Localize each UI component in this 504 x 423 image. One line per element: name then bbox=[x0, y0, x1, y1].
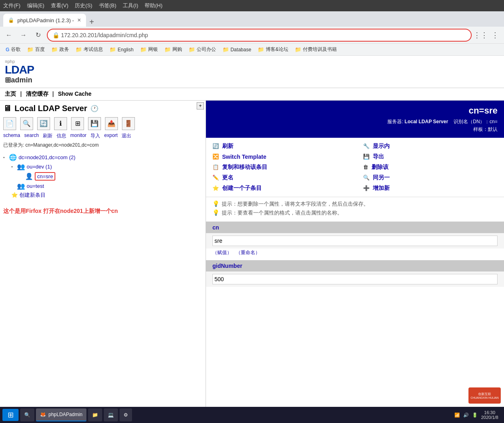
bm-baidu[interactable]: 📁 百度 bbox=[25, 45, 47, 54]
link-logout[interactable]: 退出 bbox=[122, 133, 131, 139]
forward-btn[interactable]: → bbox=[18, 29, 29, 41]
taskbar-file-manager[interactable]: 📁 bbox=[88, 408, 102, 421]
menu-edit[interactable]: 编辑(E) bbox=[27, 2, 44, 9]
menu-help[interactable]: 帮助(H) bbox=[145, 2, 162, 9]
action-add-attr[interactable]: ➕ 增加新 bbox=[363, 185, 498, 192]
bm-zhengwu[interactable]: 📁 政务 bbox=[49, 45, 71, 54]
menu-history[interactable]: 历史(S) bbox=[75, 2, 92, 9]
root-link[interactable]: dc=node201,dc=com (2) bbox=[19, 154, 76, 160]
bm-database[interactable]: 📁 Database bbox=[220, 46, 254, 53]
refresh-btn[interactable]: ↻ bbox=[32, 29, 44, 41]
toolbar-btn-logout[interactable]: 🚪 bbox=[122, 117, 135, 130]
nav-home[interactable]: 主页 bbox=[5, 90, 16, 97]
active-tab[interactable]: 🔒 phpLDAPadmin (1.2.3) - ✕ bbox=[3, 14, 86, 27]
menu-tools[interactable]: 工具(I) bbox=[123, 2, 138, 9]
attr-cn-name[interactable]: cn bbox=[212, 224, 219, 231]
cnsre-link[interactable]: cn=sre bbox=[37, 173, 53, 179]
start-btn[interactable]: ⊞ bbox=[2, 409, 19, 421]
action-rename[interactable]: ✏️ 更名 bbox=[212, 174, 347, 181]
bm-wangyin[interactable]: 📁 网银 bbox=[138, 45, 160, 54]
folder-icon: 📁 bbox=[223, 46, 229, 53]
toolbar-btn-grid[interactable]: ⊞ bbox=[71, 117, 84, 130]
attr-cn-action1[interactable]: （赋值） bbox=[212, 250, 232, 255]
link-import[interactable]: 导入 bbox=[90, 133, 100, 139]
menu-view[interactable]: 查看(V) bbox=[51, 2, 68, 9]
display-internal-link[interactable]: 显示内 bbox=[373, 143, 390, 150]
taskbar-firefox[interactable]: 🦊 phpLDAPadmin bbox=[36, 408, 86, 421]
toolbar-btn-save[interactable]: 💾 bbox=[88, 117, 101, 130]
link-info[interactable]: 信息 bbox=[57, 133, 66, 139]
tab-close-btn[interactable]: ✕ bbox=[77, 17, 81, 23]
compare-link[interactable]: 同另一 bbox=[373, 174, 390, 181]
group-icon: 👥 bbox=[17, 182, 25, 190]
rename-link[interactable]: 更名 bbox=[222, 174, 233, 181]
battery-icon: 🔋 bbox=[472, 412, 478, 418]
time-display: 16:30 bbox=[481, 410, 498, 415]
cnsre-label[interactable]: cn=sre bbox=[35, 172, 55, 181]
bm-office[interactable]: 📁 公司办公 bbox=[186, 45, 218, 54]
menu-bookmarks[interactable]: 书签(B) bbox=[99, 2, 116, 9]
create-child-link[interactable]: 创建一个子条目 bbox=[222, 185, 262, 192]
attr-gid-input[interactable] bbox=[212, 274, 498, 284]
toolbar-btn-search[interactable]: 🔍 bbox=[20, 117, 33, 130]
delete-link[interactable]: 删除该 bbox=[372, 164, 388, 171]
action-create-child[interactable]: ⭐ 创建一个子条目 bbox=[212, 185, 347, 192]
outest-link[interactable]: ou=test bbox=[27, 183, 44, 189]
toolbar-btn-doc[interactable]: 📄 bbox=[3, 117, 16, 130]
attr-gid-name[interactable]: gidNumber bbox=[212, 263, 242, 269]
new-tab-btn[interactable]: + bbox=[86, 17, 97, 27]
bm-wanggou[interactable]: 📁 网购 bbox=[162, 45, 185, 54]
oudev-label: ou=dev (1) bbox=[27, 164, 52, 170]
copy-move-link[interactable]: 复制和移动该条目 bbox=[222, 164, 267, 171]
logo-ldap: LDAP bbox=[5, 64, 34, 76]
nav-clear-cache[interactable]: 清空缓存 bbox=[26, 90, 48, 97]
toolbar-btn-refresh[interactable]: 🔄 bbox=[37, 117, 50, 130]
tree-root-node[interactable]: ▪ 🌐 dc=node201,dc=com (2) bbox=[3, 153, 202, 162]
bm-english[interactable]: 📁 English bbox=[107, 46, 136, 53]
action-refresh[interactable]: 🔄 刷新 bbox=[212, 143, 347, 150]
add-attr-link[interactable]: 增加新 bbox=[373, 185, 390, 192]
action-copy-move[interactable]: 📋 复制和移动该条目 bbox=[212, 164, 347, 171]
attr-cn-input[interactable] bbox=[212, 236, 498, 246]
action-switch-template[interactable]: 🔀 Switch Template bbox=[212, 153, 347, 160]
tree-children-level2: 👤 cn=sre bbox=[11, 171, 202, 181]
bm-label: 博客&论坛 bbox=[266, 46, 288, 53]
bm-google[interactable]: G 谷歌 bbox=[3, 45, 23, 54]
bm-kaoshi[interactable]: 📁 考试信息 bbox=[73, 45, 105, 54]
bm-training[interactable]: 📁 付费培训及书籍 bbox=[292, 45, 339, 54]
tree-node-row-oudev[interactable]: ▪ 👥 ou=dev (1) bbox=[11, 162, 202, 171]
createnew-link[interactable]: 创建新条目 bbox=[19, 192, 46, 198]
link-refresh[interactable]: 刷新 bbox=[43, 133, 52, 139]
back-btn[interactable]: ← bbox=[3, 29, 15, 41]
export-link[interactable]: 导出 bbox=[373, 153, 384, 160]
action-display-internal[interactable]: 🔧 显示内 bbox=[363, 143, 498, 150]
link-monitor[interactable]: monitor bbox=[70, 133, 86, 139]
action-delete[interactable]: 🗑 删除该 bbox=[363, 164, 498, 171]
link-schema[interactable]: schema bbox=[3, 133, 20, 139]
oudev-link[interactable]: ou=dev (1) bbox=[27, 164, 52, 170]
bm-blog[interactable]: 📁 博客&论坛 bbox=[255, 45, 291, 54]
extensions-btn[interactable]: ⋮⋮ bbox=[475, 29, 486, 41]
toolbar-btn-info[interactable]: ℹ bbox=[54, 117, 67, 130]
toolbar-btn-export[interactable]: 📤 bbox=[105, 117, 118, 130]
switch-template-link[interactable]: Switch Template bbox=[222, 154, 266, 160]
taskbar-terminal[interactable]: 💻 bbox=[104, 408, 118, 421]
compare-icon: 🔍 bbox=[363, 175, 370, 181]
taskbar-settings[interactable]: ⚙ bbox=[120, 408, 132, 421]
menu-btn[interactable]: ⋮ bbox=[489, 29, 501, 41]
nav-show-cache[interactable]: Show Cache bbox=[58, 90, 91, 97]
refresh-action-link[interactable]: 刷新 bbox=[222, 143, 233, 150]
tree-node-outest[interactable]: 👥 ou=test bbox=[11, 181, 202, 191]
createnew-label: 创建新条目 bbox=[19, 192, 46, 199]
search-taskbar-btn[interactable]: 🔍 bbox=[20, 408, 34, 421]
link-export[interactable]: export bbox=[104, 133, 118, 139]
attr-cn-action2[interactable]: （重命名） bbox=[236, 250, 260, 255]
tree-node-createnew[interactable]: ⭐ 创建新条目 bbox=[11, 191, 202, 200]
menu-file[interactable]: 文件(F) bbox=[3, 2, 21, 9]
link-search[interactable]: search bbox=[24, 133, 39, 139]
tree-node-cnsre[interactable]: 👤 cn=sre bbox=[19, 171, 202, 181]
url-box[interactable]: 🔒 172.20.20.201 /ldapadmin/cmd.php bbox=[47, 29, 472, 42]
action-compare[interactable]: 🔍 同另一 bbox=[363, 174, 498, 181]
action-export[interactable]: 💾 导出 bbox=[363, 153, 498, 160]
panel-expand-btn[interactable]: + bbox=[197, 102, 204, 109]
